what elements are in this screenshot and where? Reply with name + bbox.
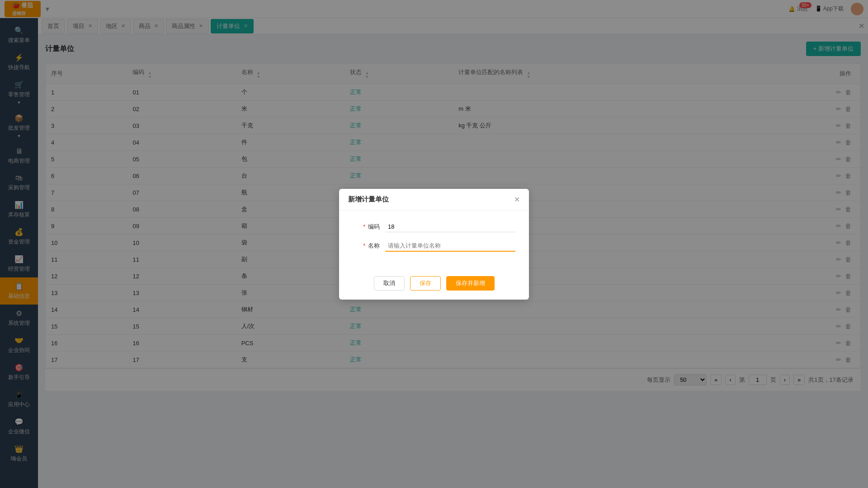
form-code-label: * 编码 <box>353 223 380 231</box>
name-label-text: 名称 <box>368 242 380 249</box>
modal-overlay[interactable]: 新增计量单位 ✕ * 编码 * 名称 取消 保存 保存并新增 <box>0 0 868 488</box>
add-unit-modal: 新增计量单位 ✕ * 编码 * 名称 取消 保存 保存并新增 <box>339 189 529 300</box>
code-input[interactable] <box>385 221 515 232</box>
form-name-label: * 名称 <box>353 242 380 250</box>
save-and-new-button[interactable]: 保存并新增 <box>446 276 495 291</box>
code-label-text: 编码 <box>368 223 380 230</box>
required-mark-name: * <box>363 242 365 249</box>
save-button[interactable]: 保存 <box>410 276 441 291</box>
cancel-button[interactable]: 取消 <box>374 276 405 291</box>
modal-header: 新增计量单位 ✕ <box>339 189 529 211</box>
required-mark-code: * <box>363 223 365 230</box>
name-input[interactable] <box>385 240 515 252</box>
modal-footer: 取消 保存 保存并新增 <box>339 271 529 300</box>
form-row-name: * 名称 <box>353 240 515 252</box>
modal-title: 新增计量单位 <box>348 195 389 204</box>
modal-body: * 编码 * 名称 <box>339 211 529 271</box>
form-row-code: * 编码 <box>353 221 515 232</box>
modal-close-btn[interactable]: ✕ <box>514 195 520 204</box>
